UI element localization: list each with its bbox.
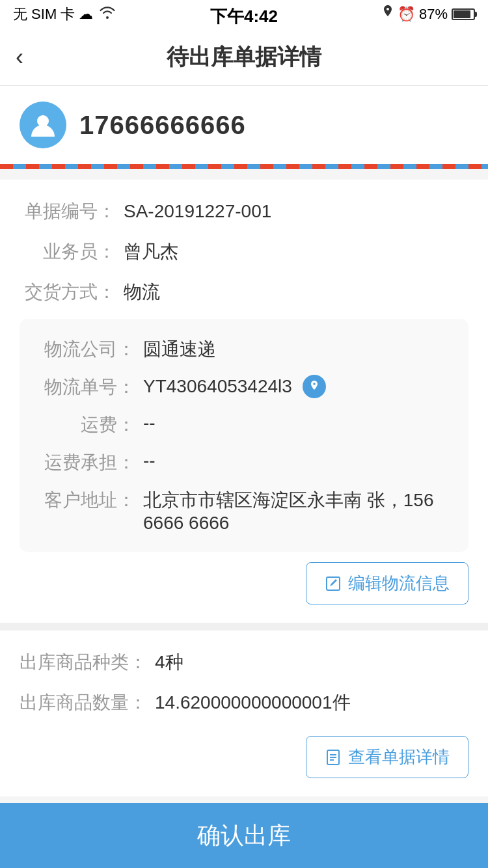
status-left: 无 SIM 卡 ☁ — [13, 5, 116, 24]
battery-icon — [452, 8, 475, 20]
wifi-icon — [98, 6, 116, 23]
dashed-divider — [0, 164, 488, 169]
logistics-company-label: 物流公司： — [39, 337, 143, 362]
document-info-section: 单据编号： SA-20191227-001 业务员： 曾凡杰 交货方式： 物流 … — [0, 180, 488, 623]
logistics-card: 物流公司： 圆通速递 物流单号： YT43064053424l3 运费： -- … — [20, 319, 468, 552]
logistics-company-row: 物流公司： 圆通速递 — [39, 337, 449, 362]
goods-type-value: 4种 — [155, 649, 468, 676]
person-icon — [29, 111, 57, 139]
view-detail-button[interactable]: 查看单据详情 — [306, 736, 468, 778]
freight-bearer-row: 运费承担： -- — [39, 450, 449, 475]
address-label: 客户地址： — [39, 488, 143, 513]
track-location-button[interactable] — [303, 375, 326, 398]
user-header: 17666666666 — [0, 86, 488, 164]
logistics-tracking-value: YT43064053424l3 — [143, 375, 449, 398]
alarm-icon: ⏰ — [398, 6, 415, 23]
section-divider — [0, 623, 488, 631]
salesperson-label: 业务员： — [20, 238, 124, 265]
view-detail-container: 查看单据详情 — [20, 736, 468, 778]
confirm-outbound-button[interactable]: 确认出库 — [0, 803, 488, 868]
goods-quantity-label: 出库商品数量： — [20, 689, 155, 716]
freight-label: 运费： — [39, 413, 143, 437]
freight-bearer-value: -- — [143, 450, 449, 471]
delivery-row: 交货方式： 物流 — [20, 278, 468, 306]
logistics-tracking-label: 物流单号： — [39, 375, 143, 400]
goods-section: 出库商品种类： 4种 出库商品数量： 14.620000000000001件 查… — [0, 631, 488, 796]
goods-type-label: 出库商品种类： — [20, 649, 155, 676]
freight-value: -- — [143, 413, 449, 433]
document-number-row: 单据编号： SA-20191227-001 — [20, 198, 468, 225]
edit-icon — [325, 575, 342, 592]
logistics-tracking-row: 物流单号： YT43064053424l3 — [39, 375, 449, 400]
goods-quantity-row: 出库商品数量： 14.620000000000001件 — [20, 689, 468, 716]
edit-logistics-label: 编辑物流信息 — [348, 572, 450, 595]
delivery-value: 物流 — [124, 278, 468, 306]
location-service-icon — [382, 5, 394, 23]
edit-logistics-button[interactable]: 编辑物流信息 — [306, 562, 468, 604]
logistics-company-value: 圆通速递 — [143, 337, 449, 362]
status-bar: 无 SIM 卡 ☁ 下午4:42 ⏰ 87% — [0, 0, 488, 29]
battery-percent: 87% — [419, 6, 448, 23]
page-title: 待出库单据详情 — [167, 42, 321, 72]
nav-bar: ‹ 待出库单据详情 — [0, 29, 488, 86]
address-value: 北京市市辖区海淀区永丰南 张，156 6666 6666 — [143, 488, 449, 534]
salesperson-row: 业务员： 曾凡杰 — [20, 238, 468, 265]
freight-bearer-label: 运费承担： — [39, 450, 143, 475]
document-number-label: 单据编号： — [20, 198, 124, 225]
edit-logistics-container: 编辑物流信息 — [20, 562, 468, 604]
salesperson-value: 曾凡杰 — [124, 238, 468, 265]
sim-status: 无 SIM 卡 ☁ — [13, 5, 93, 24]
confirm-btn-label: 确认出库 — [197, 820, 291, 852]
user-phone: 17666666666 — [79, 111, 246, 140]
goods-quantity-value: 14.620000000000001件 — [155, 689, 468, 716]
freight-row: 运费： -- — [39, 413, 449, 437]
document-number-value: SA-20191227-001 — [124, 198, 468, 225]
back-button[interactable]: ‹ — [16, 46, 23, 69]
document-icon — [325, 749, 342, 766]
status-time: 下午4:42 — [210, 5, 278, 28]
delivery-label: 交货方式： — [20, 278, 124, 306]
status-right: ⏰ 87% — [382, 5, 475, 23]
view-detail-label: 查看单据详情 — [348, 746, 450, 768]
goods-type-row: 出库商品种类： 4种 — [20, 649, 468, 676]
avatar — [20, 102, 66, 148]
address-row: 客户地址： 北京市市辖区海淀区永丰南 张，156 6666 6666 — [39, 488, 449, 534]
